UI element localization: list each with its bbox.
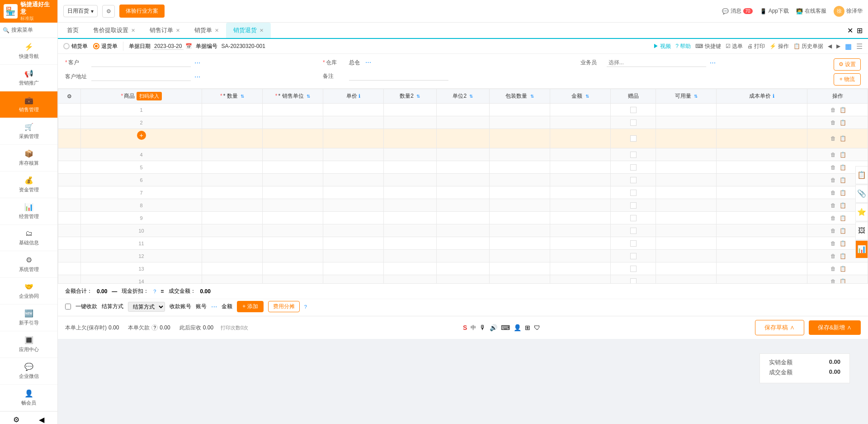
price-field-13[interactable] <box>328 266 378 272</box>
pkg-field-9[interactable] <box>494 215 545 221</box>
expense-help-icon[interactable]: ? <box>304 304 307 310</box>
unit2-field-12[interactable] <box>441 253 485 259</box>
row-pkg-9[interactable] <box>490 212 550 224</box>
product-input-3[interactable] <box>114 140 169 146</box>
sidebar-item-operation[interactable]: 📊经营管理 <box>0 198 57 225</box>
amount-field-1[interactable] <box>555 107 605 113</box>
qty2-field-4[interactable] <box>388 152 432 158</box>
row-amount-6[interactable] <box>550 174 610 186</box>
amount-field-7[interactable] <box>555 190 605 196</box>
row-qty-9[interactable] <box>202 212 263 224</box>
amount-field-8[interactable] <box>555 202 605 209</box>
user-profile-btn[interactable]: 徐 徐泽华 <box>834 6 863 17</box>
unit-field-9[interactable] <box>267 215 318 221</box>
copy-icon-4[interactable]: 📋 <box>840 152 846 158</box>
row-qty2-14[interactable] <box>383 275 436 284</box>
row-pkg-6[interactable] <box>490 174 550 186</box>
scan-btn[interactable]: 扫码录入 <box>137 92 162 100</box>
row-amount-4[interactable] <box>550 148 610 161</box>
address-input[interactable] <box>91 72 191 81</box>
gift-checkbox-5[interactable] <box>630 164 637 171</box>
row-unit-9[interactable] <box>262 212 323 224</box>
grid-view-icon[interactable]: ⊞ <box>857 26 863 35</box>
tab-sales-delivery[interactable]: 销货单 ✕ <box>187 23 226 39</box>
qty2-field-9[interactable] <box>388 215 432 221</box>
row-unit2-14[interactable] <box>436 275 489 284</box>
price-field-12[interactable] <box>328 253 378 259</box>
row-qty2-3[interactable] <box>383 129 436 148</box>
pkg-field-10[interactable] <box>494 228 545 234</box>
row-amount-12[interactable] <box>550 250 610 262</box>
sidebar-item-apps[interactable]: 🔳应用中心 <box>0 331 57 358</box>
pkg-field-7[interactable] <box>494 190 545 196</box>
customer-input[interactable] <box>91 58 191 67</box>
amount-field-2[interactable] <box>555 119 605 126</box>
delete-icon-10[interactable]: 🗑 <box>830 228 836 234</box>
sidebar-item-weixin[interactable]: 💬企业微信 <box>0 358 57 385</box>
row-qty-13[interactable] <box>202 262 263 275</box>
gift-checkbox-4[interactable] <box>630 152 637 158</box>
row-amount-8[interactable] <box>550 199 610 212</box>
row-qty2-9[interactable] <box>383 212 436 224</box>
price-field-2[interactable] <box>328 119 378 126</box>
row-qty-8[interactable] <box>202 199 263 212</box>
unit2-field-4[interactable] <box>441 152 485 158</box>
calendar-icon[interactable]: 📅 <box>185 43 192 49</box>
qty2-field-12[interactable] <box>388 253 432 259</box>
row-unit-8[interactable] <box>262 199 323 212</box>
gift-checkbox-6[interactable] <box>630 177 637 183</box>
row-amount-7[interactable] <box>550 186 610 199</box>
row-unit2-1[interactable] <box>436 104 489 116</box>
copy-icon-5[interactable]: 📋 <box>840 164 846 171</box>
unit-field-12[interactable] <box>267 253 318 259</box>
row-pkg-14[interactable] <box>490 275 550 284</box>
delete-icon-7[interactable]: 🗑 <box>830 190 836 196</box>
row-pkg-8[interactable] <box>490 199 550 212</box>
unit2-field-10[interactable] <box>441 228 485 234</box>
price-field-5[interactable] <box>328 164 378 171</box>
radio-sale[interactable]: 销货单 <box>63 43 88 50</box>
add-payment-btn[interactable]: + 添加 <box>237 301 263 312</box>
price-field-10[interactable] <box>328 228 378 234</box>
row-qty2-7[interactable] <box>383 186 436 199</box>
add-row-btn[interactable]: + <box>137 131 146 140</box>
nav-next-btn[interactable]: ▶ <box>836 43 840 49</box>
unit2-field-6[interactable] <box>441 177 485 183</box>
row-amount-3[interactable] <box>550 129 610 148</box>
expense-split-btn[interactable]: 费用分摊 <box>268 301 300 312</box>
row-unit2-3[interactable] <box>436 129 489 148</box>
sidebar-item-marketing[interactable]: 📢营销推广 <box>0 65 57 91</box>
tab-close-price-setup[interactable]: ✕ <box>131 28 135 33</box>
print-btn[interactable]: 🖨 打印 <box>747 43 765 50</box>
unit-field-4[interactable] <box>267 152 318 158</box>
gift-checkbox-13[interactable] <box>630 266 637 272</box>
salesperson-dots[interactable]: ··· <box>710 59 716 67</box>
history-btn[interactable]: 📋 历史单据 <box>793 43 823 50</box>
tab-close-sales-order[interactable]: ✕ <box>176 28 180 33</box>
row-amount-14[interactable] <box>550 275 610 284</box>
delete-icon-8[interactable]: 🗑 <box>830 202 836 209</box>
row-price-12[interactable] <box>323 250 383 262</box>
row-amount-5[interactable] <box>550 161 610 174</box>
row-amount-2[interactable] <box>550 116 610 129</box>
copy-icon-3[interactable]: 📋 <box>840 135 846 142</box>
price-field-6[interactable] <box>328 177 378 183</box>
pkg-field-12[interactable] <box>494 253 545 259</box>
sidebar-item-guide[interactable]: 🆕新手引导 <box>0 305 57 331</box>
row-qty2-10[interactable] <box>383 224 436 237</box>
right-panel-item-1[interactable]: 📋 <box>855 166 868 184</box>
row-price-14[interactable] <box>323 275 383 284</box>
video-btn[interactable]: ▶ 视频 <box>653 43 671 50</box>
app-download-btn[interactable]: 📱 App下载 <box>760 7 789 15</box>
account-dots[interactable]: ··· <box>211 303 217 311</box>
row-unit2-11[interactable] <box>436 237 489 250</box>
row-unit2-2[interactable] <box>436 116 489 129</box>
pkg-field-5[interactable] <box>494 164 545 171</box>
qty2-field-1[interactable] <box>388 107 432 113</box>
gift-checkbox-7[interactable] <box>630 190 637 196</box>
row-unit-4[interactable] <box>262 148 323 161</box>
delete-icon-5[interactable]: 🗑 <box>830 164 836 171</box>
tab-close-sales-delivery[interactable]: ✕ <box>215 28 219 33</box>
view-list-btn[interactable]: ☰ <box>856 42 863 51</box>
row-amount-13[interactable] <box>550 262 610 275</box>
